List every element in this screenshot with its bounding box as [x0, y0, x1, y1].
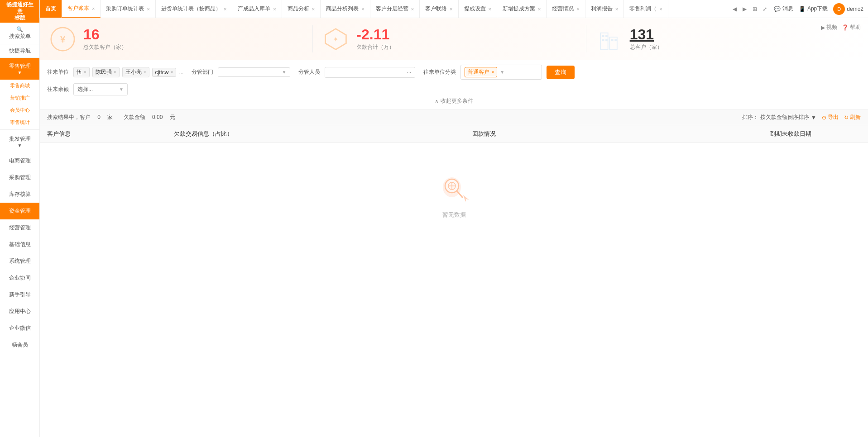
tab-inventory-stat[interactable]: 进货单统计表（按商品） × — [156, 0, 232, 18]
tab-accounts-close[interactable]: × — [92, 6, 95, 11]
tab-customer-contact[interactable]: 客户联络 × — [420, 0, 458, 18]
category-tag-close[interactable]: × — [491, 70, 494, 75]
sidebar-item-finance[interactable]: 资金管理 — [0, 203, 39, 219]
logo-text: 畅捷通好生意 标版 — [5, 1, 35, 21]
result-debt-amount: 0.00 — [152, 114, 163, 120]
empty-icon — [436, 170, 472, 206]
unit-tag-wang-close[interactable]: × — [144, 70, 146, 75]
unit-tag-cj-close[interactable]: × — [171, 70, 173, 75]
category-tag: 普通客户 × — [465, 67, 497, 77]
sidebar-item-member[interactable]: 会员中心 — [0, 104, 39, 116]
col-due-date: 到期未收款日期 — [770, 130, 861, 138]
app-download-btn[interactable]: 📱 App下载 — [799, 5, 828, 13]
sidebar-item-appstore[interactable]: 应用中心 — [0, 303, 39, 320]
help-btn[interactable]: ❓ 帮助 — [842, 24, 861, 31]
sidebar-item-enterprise[interactable]: 企业协同 — [0, 270, 39, 286]
badge-icon: ✦ — [322, 25, 349, 52]
dept-select[interactable]: ▼ — [218, 67, 290, 77]
sidebar-item-system[interactable]: 系统管理 — [0, 253, 39, 270]
sidebar-item-batch[interactable]: 批发管理 ▼ — [0, 131, 39, 152]
refresh-btn[interactable]: ↻ 刷新 — [844, 114, 861, 121]
sidebar-item-operation[interactable]: 经营管理 — [0, 219, 39, 236]
people-select[interactable]: ··· — [325, 67, 415, 78]
scroll-left-btn[interactable]: ◀ — [730, 5, 739, 14]
user-avatar-area[interactable]: D demo2 — [833, 3, 863, 15]
balance-label: 往来余额 — [47, 86, 69, 93]
category-chevron-icon: ▼ — [500, 70, 504, 75]
tab-retail-profit[interactable]: 零售利润（ × — [624, 0, 668, 18]
sidebar-item-inventory[interactable]: 库存核算 — [0, 186, 39, 203]
question-icon: ❓ — [842, 24, 849, 31]
unit-tag-wu-close[interactable]: × — [84, 70, 86, 75]
unit-tags-more[interactable]: ... — [179, 69, 183, 76]
tab-os-close[interactable]: × — [576, 6, 579, 12]
balance-select[interactable]: 选择... ▼ — [73, 83, 128, 95]
tab-cc-close[interactable]: × — [450, 6, 452, 12]
sidebar-item-newbie[interactable]: 新手引导 — [0, 286, 39, 303]
tab-product-close[interactable]: × — [273, 6, 276, 12]
tab-nt-close[interactable]: × — [538, 6, 541, 12]
sidebar-item-marketing[interactable]: 营销推广 — [0, 92, 39, 104]
stat-card-total-info: 131 总客户（家） — [630, 27, 662, 51]
tab-home[interactable]: 首页 — [40, 0, 62, 18]
svg-rect-5 — [609, 37, 617, 49]
tab-ts-close[interactable]: × — [489, 6, 491, 12]
filter-row-2: 往来余额 选择... ▼ — [47, 83, 861, 95]
tab-pa-close[interactable]: × — [312, 6, 315, 12]
sort-label: 排序： — [742, 114, 758, 121]
sidebar-item-retail[interactable]: 零售管理 ▼ — [0, 58, 39, 80]
col-debt-info: 欠款交易信息（占比） — [174, 130, 472, 138]
tab-pal-close[interactable]: × — [361, 6, 364, 12]
tab-customer-segment[interactable]: 客户分层经营 × — [370, 0, 420, 18]
empty-text: 暂无数据 — [442, 211, 466, 219]
unit-tag-chen-close[interactable]: × — [114, 70, 116, 75]
sort-select[interactable]: 排序： 按欠款金额倒序排序 ▼ — [742, 114, 816, 121]
tab-purchase-orders[interactable]: 采购订单统计表 × — [101, 0, 155, 18]
tab-tips-setting[interactable]: 提成设置 × — [459, 0, 497, 18]
category-label: 往来单位分类 — [423, 68, 456, 76]
divider-1 — [0, 129, 39, 130]
sidebar-item-vip[interactable]: 畅会员 — [0, 337, 39, 353]
dept-label: 分管部门 — [192, 68, 213, 76]
sidebar-item-basic[interactable]: 基础信息 — [0, 236, 39, 253]
phone-icon: 📱 — [799, 6, 806, 12]
sidebar-quicknav[interactable]: 快捷导航 — [0, 44, 39, 58]
tab-new-tips[interactable]: 新增提成方案 × — [497, 0, 547, 18]
category-select[interactable]: 普通客户 × ▼ — [460, 65, 542, 80]
video-btn[interactable]: ▶ 视频 — [821, 24, 837, 31]
scroll-right-btn[interactable]: ▶ — [740, 5, 749, 14]
coin-icon: ¥ — [49, 25, 76, 52]
play-icon: ▶ — [821, 24, 825, 31]
sidebar-item-retail-stat[interactable]: 零售统计 — [0, 116, 39, 128]
tab-pr-close[interactable]: × — [615, 6, 618, 12]
tab-inventory-close[interactable]: × — [224, 6, 226, 12]
tab-profit-report[interactable]: 利润报告 × — [585, 0, 624, 18]
tab-operation-status[interactable]: 经营情况 × — [547, 0, 585, 18]
tab-accounts[interactable]: 客户账本 × — [62, 0, 101, 18]
result-customer-unit: 家 — [107, 114, 113, 120]
sidebar-search[interactable]: 🔍 搜索菜单 — [0, 23, 39, 44]
stat-card-debt: ✦ -2.11 欠款合计（万） — [313, 25, 586, 52]
tab-product-analysis[interactable]: 商品分析 × — [282, 0, 321, 18]
fullscreen-btn[interactable]: ⤢ — [760, 5, 769, 14]
sidebar-item-purchase[interactable]: 采购管理 — [0, 169, 39, 186]
tab-rp-close[interactable]: × — [659, 6, 662, 12]
main-area: 首页 客户账本 × 采购订单统计表 × 进货单统计表（按商品） × 产成品入库单… — [40, 0, 868, 437]
query-button[interactable]: 查询 — [547, 66, 575, 79]
export-btn[interactable]: ⊙ 导出 — [822, 114, 839, 121]
stat-card-customers-info: 16 总欠款客户（家） — [83, 27, 127, 51]
tab-purchase-close[interactable]: × — [147, 6, 149, 12]
svg-rect-8 — [602, 39, 604, 41]
collapse-btn[interactable]: ∧ 收起更多条件 — [435, 97, 473, 105]
table-header: 客户信息 欠款交易信息（占比） 回款情况 到期未收款日期 — [40, 125, 868, 143]
tab-product-instock[interactable]: 产成品入库单 × — [232, 0, 282, 18]
tab-product-analysis-list[interactable]: 商品分析列表 × — [321, 0, 370, 18]
sidebar-item-retail-shop[interactable]: 零售商城 — [0, 80, 39, 92]
sidebar-item-ecom[interactable]: 电商管理 — [0, 152, 39, 169]
result-info: 搜索结果中，客户 0 家 欠款金额 0.00 元 — [47, 114, 181, 121]
tab-cs-close[interactable]: × — [411, 6, 414, 12]
message-btn[interactable]: 💬 消息 — [774, 5, 793, 13]
sidebar: 畅捷通好生意 标版 🔍 搜索菜单 快捷导航 零售管理 ▼ 零售商城 营销推广 会… — [0, 0, 40, 437]
sidebar-item-wechat[interactable]: 企业微信 — [0, 320, 39, 337]
expand-tabs-btn[interactable]: ⊞ — [750, 5, 759, 14]
